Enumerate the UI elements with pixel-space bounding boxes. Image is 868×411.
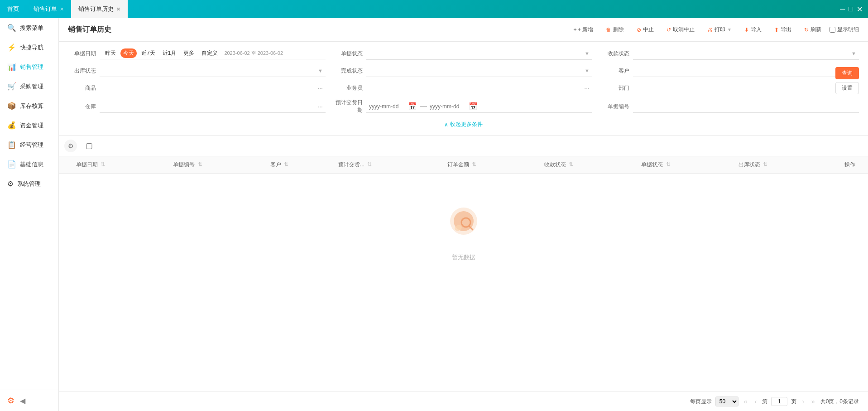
sidebar-item-label: 销售管理: [20, 63, 43, 71]
select-all-checkbox[interactable]: [82, 143, 96, 149]
close-tab-sales-order[interactable]: ✕: [60, 6, 64, 12]
refresh-button[interactable]: ↻ 刷新: [800, 24, 826, 36]
export-button[interactable]: ⬆ 导出: [770, 24, 796, 36]
query-button[interactable]: 查询: [835, 67, 859, 79]
quicknav-icon: ⚡: [7, 43, 16, 52]
maximize-icon[interactable]: □: [849, 5, 853, 13]
sort-amount-icon: ⇅: [472, 161, 476, 168]
settings-button[interactable]: 设置: [835, 82, 859, 94]
tab-sales-order[interactable]: 销售订单 ✕: [26, 0, 71, 18]
settings-icon[interactable]: ⚙: [7, 396, 14, 406]
sidebar-item-label: 资金管理: [20, 121, 43, 130]
minimize-icon[interactable]: ─: [840, 5, 845, 13]
new-button[interactable]: ＋ + 新增: [568, 24, 598, 36]
salesperson-field[interactable]: ···: [366, 82, 592, 94]
collapse-label: 收起更多条件: [450, 121, 483, 128]
delete-button[interactable]: 🗑 删除: [601, 24, 628, 36]
page-number-input[interactable]: [771, 397, 787, 406]
operations-icon: 📋: [7, 140, 16, 149]
th-receipt-status[interactable]: 收款状态 ⇅: [541, 156, 638, 174]
th-bill-status[interactable]: 单据状态 ⇅: [638, 156, 734, 174]
page-header: 销售订单历史 ＋ + 新增 🗑 删除 ⊘ 中止 ↺ 取消中止 🖨 打印 ▼: [59, 18, 868, 42]
date-btn-custom[interactable]: 自定义: [199, 48, 221, 58]
delivery-date-from-input[interactable]: [369, 103, 405, 110]
complete-field[interactable]: ▼: [366, 64, 592, 77]
goods-field[interactable]: ···: [100, 82, 326, 94]
th-checkbox: [59, 156, 72, 174]
finance-icon: 💰: [7, 121, 16, 130]
receipt-status-label: 收款状态: [601, 50, 633, 58]
sort-stock-icon: ⇅: [763, 161, 767, 168]
bill-no-field[interactable]: [633, 100, 859, 113]
table-area: ⚙ 单据日期 ⇅ 单据编号 ⇅: [59, 136, 868, 392]
page-label: 第: [762, 398, 767, 406]
system-icon: ⚙: [7, 179, 14, 188]
prev-page-btn[interactable]: ‹: [753, 397, 759, 406]
sidebar-item-operations[interactable]: 📋 经营管理: [0, 135, 58, 155]
tab-sales-order-history[interactable]: 销售订单历史 ✕: [71, 0, 128, 18]
delivery-date-to-input[interactable]: [430, 103, 466, 110]
empty-text: 暂无数据: [452, 253, 475, 261]
date-btn-1month[interactable]: 近1月: [160, 48, 179, 58]
date-btn-7days[interactable]: 近7天: [139, 48, 158, 58]
sidebar-item-quicknav[interactable]: ⚡ 快捷导航: [0, 38, 58, 57]
table-header-row: 单据日期 ⇅ 单据编号 ⇅ 客户 ⇅: [59, 156, 868, 174]
warehouse-more-icon: ···: [317, 103, 323, 110]
sidebar-item-system[interactable]: ⚙ 系统管理: [0, 174, 58, 193]
print-dropdown-icon: ▼: [727, 27, 732, 32]
import-button[interactable]: ⬇ 导入: [740, 24, 766, 36]
window-close-icon[interactable]: ✕: [857, 5, 863, 14]
th-stock-out[interactable]: 出库状态 ⇅: [735, 156, 832, 174]
customer-field[interactable]: ···: [633, 64, 859, 77]
sidebar-item-finance[interactable]: 💰 资金管理: [0, 116, 58, 135]
collapse-sidebar-icon[interactable]: ◀: [20, 396, 25, 405]
complete-dropdown-icon: ▼: [585, 68, 590, 73]
table-toolbar: ⚙: [59, 136, 868, 156]
stock-out-field[interactable]: ▼: [100, 64, 326, 77]
receipt-status-dropdown-icon: ▼: [851, 51, 856, 56]
close-tab-sales-order-history[interactable]: ✕: [116, 6, 120, 12]
empty-illustration: [441, 201, 486, 246]
sort-delivery-icon: ⇅: [367, 161, 372, 168]
empty-state: 暂无数据: [59, 174, 868, 289]
cancel-stop-icon: ↺: [667, 27, 671, 33]
goods-more-icon: ···: [317, 84, 323, 92]
main-layout: 🔍 搜索菜单 ⚡ 快捷导航 📊 销售管理 🛒 采购管理 📦 库存核算 💰 资金管…: [0, 18, 868, 411]
calendar-icon-from[interactable]: 📅: [408, 102, 417, 111]
th-delivery[interactable]: 预计交货... ⇅: [335, 156, 444, 174]
sidebar-item-sales[interactable]: 📊 销售管理: [0, 57, 58, 77]
display-detail-checkbox[interactable]: [830, 27, 835, 33]
sidebar-item-purchase[interactable]: 🛒 采购管理: [0, 77, 58, 96]
date-separator: —: [420, 102, 427, 111]
last-page-btn[interactable]: »: [810, 397, 817, 406]
th-amount[interactable]: 订单金额 ⇅: [444, 156, 541, 174]
date-btn-more[interactable]: 更多: [181, 48, 197, 58]
display-detail-toggle[interactable]: 显示明细: [830, 26, 859, 34]
bill-status-field[interactable]: ▼: [366, 47, 592, 60]
date-btn-today[interactable]: 今天: [120, 48, 137, 58]
th-no[interactable]: 单据编号 ⇅: [169, 156, 266, 174]
tab-home[interactable]: 首页: [0, 0, 26, 18]
calendar-icon-to[interactable]: 📅: [469, 102, 478, 111]
warehouse-field[interactable]: ···: [100, 100, 326, 113]
next-page-btn[interactable]: ›: [800, 397, 806, 406]
page-size-select[interactable]: 20 50 100: [715, 396, 739, 406]
date-filter-group: 昨天 今天 近7天 近1月 更多 自定义 2023-06-02 至 2023-0…: [102, 48, 323, 58]
sidebar-item-search[interactable]: 🔍 搜索菜单: [0, 18, 58, 38]
first-page-btn[interactable]: «: [742, 397, 749, 406]
sidebar-item-basic[interactable]: 📄 基础信息: [0, 155, 58, 174]
top-bar: 首页 销售订单 ✕ 销售订单历史 ✕ ─ □ ✕: [0, 0, 868, 18]
stop-button[interactable]: ⊘ 中止: [632, 24, 658, 36]
collapse-filters-row[interactable]: ∧ 收起更多条件: [68, 119, 859, 130]
print-button[interactable]: 🖨 打印 ▼: [703, 24, 736, 36]
sidebar-item-inventory[interactable]: 📦 库存核算: [0, 96, 58, 116]
stop-icon: ⊘: [637, 27, 641, 33]
receipt-status-field[interactable]: ▼: [633, 47, 859, 60]
bill-no-label: 单据编号: [601, 103, 633, 111]
table-settings-gear[interactable]: ⚙: [64, 140, 77, 152]
th-date[interactable]: 单据日期 ⇅: [72, 156, 169, 174]
date-btn-yesterday[interactable]: 昨天: [102, 48, 119, 58]
dept-field[interactable]: ▼: [633, 82, 859, 94]
th-customer[interactable]: 客户 ⇅: [267, 156, 335, 174]
cancel-stop-button[interactable]: ↺ 取消中止: [662, 24, 699, 36]
